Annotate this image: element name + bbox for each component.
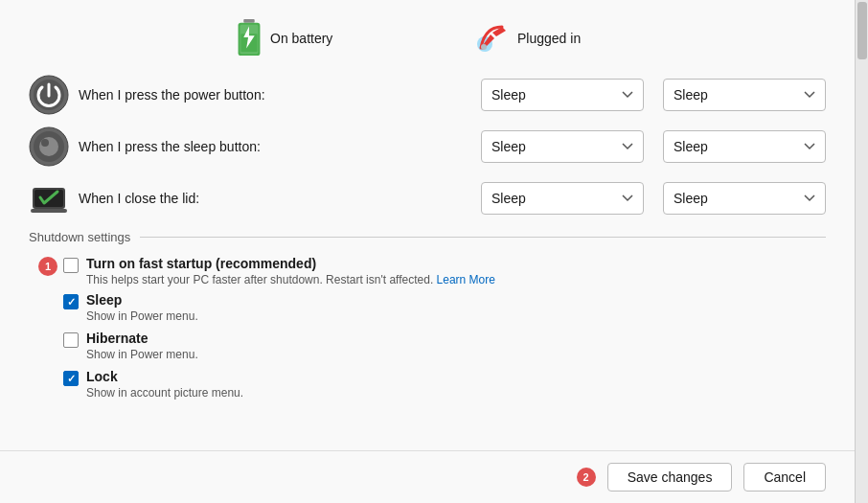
sleep-button-plugged-dropdown[interactable]: Sleep Hibernate Shut down Do nothing Tur… xyxy=(663,130,826,163)
cancel-button[interactable]: Cancel xyxy=(743,463,826,492)
hibernate-desc: Show in Power menu. xyxy=(86,348,198,361)
main-content: On battery Plugged in When I press the p… xyxy=(0,0,855,503)
power-button-icon xyxy=(29,75,69,115)
sleep-content: Sleep Show in Power menu. xyxy=(86,292,198,323)
section-header: Shutdown settings xyxy=(29,230,826,244)
sub-items: Sleep Show in Power menu. Hibernate Show… xyxy=(29,292,826,400)
sleep-desc: Show in Power menu. xyxy=(86,309,198,323)
on-battery-col: On battery xyxy=(236,19,360,57)
close-lid-plugged-dropdown[interactable]: Sleep Hibernate Shut down Do nothing Tur… xyxy=(663,182,826,215)
battery-icon xyxy=(236,19,263,57)
power-button-label: When I press the power button: xyxy=(79,87,481,103)
section-title: Shutdown settings xyxy=(29,230,130,244)
fast-startup-content: Turn on fast startup (recommended) This … xyxy=(86,256,495,286)
learn-more-link[interactable]: Learn More xyxy=(437,273,495,286)
lock-checkbox[interactable] xyxy=(63,371,79,386)
fast-startup-desc: This helps start your PC faster after sh… xyxy=(86,273,495,286)
close-lid-label: When I close the lid: xyxy=(79,191,481,206)
hibernate-checkbox[interactable] xyxy=(63,332,79,348)
fast-startup-wrapper: Turn on fast startup (recommended) This … xyxy=(63,256,495,286)
plugged-in-label: Plugged in xyxy=(517,31,581,46)
lock-label: Lock xyxy=(86,369,243,384)
svg-rect-15 xyxy=(31,209,67,213)
lock-content: Lock Show in account picture menu. xyxy=(86,369,243,400)
power-button-battery-dropdown[interactable]: Sleep Hibernate Shut down Do nothing Tur… xyxy=(481,79,644,111)
footer: 2 Save changes Cancel xyxy=(0,450,855,503)
hibernate-item: Hibernate Show in Power menu. xyxy=(63,331,826,361)
fast-startup-label: Turn on fast startup (recommended) xyxy=(86,256,495,271)
fast-startup-desc-text: This helps start your PC faster after sh… xyxy=(86,273,433,286)
sleep-button-row: When I press the sleep button: Sleep Hib… xyxy=(29,126,826,167)
plugged-in-col: Plugged in xyxy=(475,19,600,57)
sleep-button-label: When I press the sleep button: xyxy=(79,139,481,154)
fast-startup-item: 1 Turn on fast startup (recommended) Thi… xyxy=(29,256,826,286)
header-row: On battery Plugged in xyxy=(29,19,826,57)
on-battery-label: On battery xyxy=(270,31,332,46)
sleep-checkbox[interactable] xyxy=(63,294,79,309)
plugged-in-icon xyxy=(475,23,510,54)
save-changes-button[interactable]: Save changes xyxy=(607,463,733,492)
power-button-row: When I press the power button: Sleep Hib… xyxy=(29,75,826,115)
lock-item: Lock Show in account picture menu. xyxy=(63,369,826,400)
badge-1: 1 xyxy=(38,257,57,276)
close-lid-row: When I close the lid: Sleep Hibernate Sh… xyxy=(29,178,826,218)
hibernate-label: Hibernate xyxy=(86,331,198,346)
svg-point-12 xyxy=(41,139,49,147)
close-lid-icon xyxy=(29,178,69,218)
close-lid-dropdowns: Sleep Hibernate Shut down Do nothing Tur… xyxy=(481,182,826,215)
close-lid-battery-dropdown[interactable]: Sleep Hibernate Shut down Do nothing Tur… xyxy=(481,182,644,215)
scrollbar-thumb[interactable] xyxy=(857,2,867,59)
hibernate-content: Hibernate Show in Power menu. xyxy=(86,331,198,361)
svg-point-6 xyxy=(481,44,487,50)
badge-2: 2 xyxy=(577,468,596,487)
svg-point-11 xyxy=(39,137,58,156)
sleep-item: Sleep Show in Power menu. xyxy=(63,292,826,323)
sleep-button-battery-dropdown[interactable]: Sleep Hibernate Shut down Do nothing Tur… xyxy=(481,130,644,163)
scrollbar[interactable] xyxy=(855,0,868,503)
sleep-button-dropdowns: Sleep Hibernate Shut down Do nothing Tur… xyxy=(481,130,826,163)
shutdown-section: Shutdown settings 1 Turn on fast startup… xyxy=(29,230,826,400)
fast-startup-checkbox[interactable] xyxy=(63,258,79,273)
sleep-button-icon xyxy=(29,126,69,167)
lock-desc: Show in account picture menu. xyxy=(86,386,243,400)
power-button-dropdowns: Sleep Hibernate Shut down Do nothing Tur… xyxy=(481,79,826,111)
svg-rect-0 xyxy=(243,19,254,23)
power-button-plugged-dropdown[interactable]: Sleep Hibernate Shut down Do nothing Tur… xyxy=(663,79,826,111)
section-divider xyxy=(140,237,826,238)
sleep-label: Sleep xyxy=(86,292,198,308)
